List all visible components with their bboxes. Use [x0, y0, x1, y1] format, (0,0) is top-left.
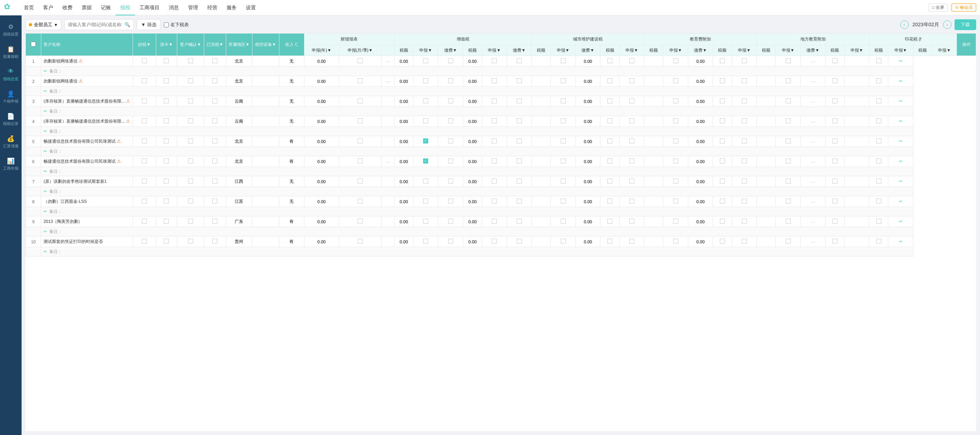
- header-vat-s3[interactable]: 申报▼: [482, 45, 507, 56]
- edu-s3-cell[interactable]: [663, 56, 688, 67]
- stamp-declare-cell[interactable]: [825, 116, 844, 127]
- row-checkbox[interactable]: [517, 179, 522, 184]
- row-checkbox[interactable]: [629, 199, 634, 204]
- urban-s3-cell[interactable]: [551, 56, 576, 67]
- vat-pay-cell[interactable]: [438, 116, 463, 127]
- fullscreen-button[interactable]: □ 全屏: [928, 3, 948, 12]
- fin-year-cell[interactable]: [339, 56, 381, 67]
- sidebar-item-settlement[interactable]: 💰 汇算清缴: [0, 131, 22, 152]
- card-lock-cell[interactable]: [156, 136, 177, 147]
- urban-declare-cell[interactable]: [482, 76, 507, 87]
- row-checkbox[interactable]: [448, 219, 453, 224]
- vat-declare-cell[interactable]: [413, 196, 438, 207]
- row-checkbox[interactable]: [742, 158, 747, 164]
- declared-cell[interactable]: [204, 216, 226, 227]
- row-checkbox[interactable]: [448, 118, 453, 123]
- edu-declare-cell[interactable]: [600, 116, 619, 127]
- row-checkbox[interactable]: [188, 118, 193, 123]
- row-checkbox[interactable]: [629, 78, 634, 83]
- vat-pay-cell[interactable]: [438, 236, 463, 247]
- row-checkbox[interactable]: [629, 118, 634, 123]
- row-checkbox[interactable]: [673, 98, 678, 103]
- stamp-s3-cell[interactable]: [869, 56, 888, 67]
- urban-s3-cell[interactable]: [551, 136, 576, 147]
- row-checkbox[interactable]: [720, 239, 725, 244]
- urban-pay-cell[interactable]: [507, 176, 532, 187]
- row-checkbox[interactable]: [188, 199, 193, 204]
- row-checkbox[interactable]: [492, 58, 497, 63]
- vat-pay-cell[interactable]: [438, 156, 463, 167]
- declared-cell[interactable]: [204, 56, 226, 67]
- sidebar-item-tax-settings[interactable]: ⚙ 报税设置: [0, 19, 22, 40]
- row-checkbox[interactable]: [876, 239, 881, 244]
- row-checkbox[interactable]: [358, 219, 363, 224]
- action-cell[interactable]: ✏: [888, 176, 913, 187]
- note-cell[interactable]: ✏ 备注：: [41, 167, 913, 176]
- header-checkbox-col[interactable]: [26, 34, 41, 56]
- row-checkbox[interactable]: [720, 219, 725, 224]
- header-region[interactable]: 所属地区▼: [226, 34, 252, 56]
- row-checkbox[interactable]: [876, 138, 881, 143]
- row-checkbox[interactable]: [629, 58, 634, 63]
- row-checkbox[interactable]: [720, 199, 725, 204]
- stamp-declare-cell[interactable]: [825, 216, 844, 227]
- row-checkbox[interactable]: [607, 219, 612, 224]
- row-checkbox[interactable]: [212, 98, 217, 103]
- row-checkbox[interactable]: [212, 58, 217, 63]
- row-checkbox[interactable]: [423, 58, 428, 63]
- confirm-cell[interactable]: [177, 136, 204, 147]
- action-cell[interactable]: ✏: [888, 216, 913, 227]
- stamp-s3-cell[interactable]: [869, 136, 888, 147]
- edu-pay-cell[interactable]: [619, 156, 644, 167]
- download-button[interactable]: 下载: [955, 19, 976, 30]
- row-checkbox[interactable]: [832, 98, 837, 103]
- row-checkbox[interactable]: [561, 239, 566, 244]
- fin-year-cell[interactable]: [339, 96, 381, 107]
- row-checkbox[interactable]: [742, 78, 747, 83]
- edu-s3-cell[interactable]: [663, 196, 688, 207]
- vat-declare-cell[interactable]: [413, 76, 438, 87]
- local-edu-s3-cell[interactable]: [776, 116, 801, 127]
- local-edu-declare-cell[interactable]: [713, 96, 732, 107]
- row-checkbox[interactable]: [786, 219, 791, 224]
- tax-copy-cell[interactable]: [133, 116, 156, 127]
- urban-s3-cell[interactable]: [551, 236, 576, 247]
- search-input[interactable]: [68, 22, 124, 27]
- row-checkbox[interactable]: [673, 118, 678, 123]
- local-edu-s3-cell[interactable]: [776, 136, 801, 147]
- edu-declare-cell[interactable]: [600, 96, 619, 107]
- edu-s3-cell[interactable]: [663, 96, 688, 107]
- note-cell[interactable]: ✏ 备注：: [41, 67, 913, 76]
- row-checkbox[interactable]: [358, 118, 363, 123]
- confirm-cell[interactable]: [177, 96, 204, 107]
- stamp-declare-cell[interactable]: [825, 196, 844, 207]
- row-checkbox[interactable]: [786, 138, 791, 143]
- vat-declare-cell[interactable]: [413, 156, 438, 167]
- row-checkbox[interactable]: [720, 58, 725, 63]
- local-edu-pay-cell[interactable]: [732, 236, 757, 247]
- row-checkbox[interactable]: [448, 58, 453, 63]
- row-checkbox[interactable]: [188, 58, 193, 63]
- row-checkbox[interactable]: [142, 118, 147, 123]
- local-edu-pay-cell[interactable]: [732, 156, 757, 167]
- row-checkbox[interactable]: [607, 118, 612, 123]
- urban-declare-cell[interactable]: [482, 116, 507, 127]
- row-checkbox[interactable]: [629, 98, 634, 103]
- stamp-declare-cell[interactable]: [825, 56, 844, 67]
- row-checkbox[interactable]: [876, 199, 881, 204]
- row-checkbox[interactable]: [607, 98, 612, 103]
- tax-copy-cell[interactable]: [133, 196, 156, 207]
- row-checkbox[interactable]: [448, 158, 453, 164]
- nav-invoice[interactable]: 票据: [77, 0, 96, 15]
- row-checkbox[interactable]: [720, 158, 725, 164]
- select-all-checkbox[interactable]: [31, 42, 36, 47]
- row-checkbox[interactable]: [607, 78, 612, 83]
- row-checkbox[interactable]: [629, 239, 634, 244]
- row-checkbox[interactable]: [358, 239, 363, 244]
- sidebar-item-tax-record[interactable]: 📄 报税记录: [0, 109, 22, 129]
- urban-declare-cell[interactable]: [482, 56, 507, 67]
- card-lock-cell[interactable]: [156, 216, 177, 227]
- stamp-s3-cell[interactable]: [869, 96, 888, 107]
- employee-filter[interactable]: 全部员工 ▼: [25, 19, 61, 30]
- tax-copy-cell[interactable]: [133, 96, 156, 107]
